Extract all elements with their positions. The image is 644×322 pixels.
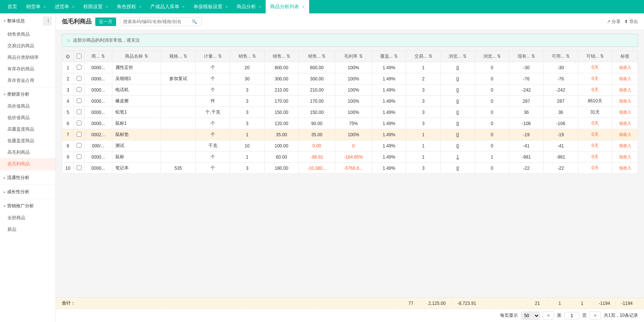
tag-label[interactable]: 低收入 <box>619 99 631 103</box>
row-checkbox[interactable] <box>77 143 81 148</box>
share-button[interactable]: ↗ 分享 <box>607 19 621 25</box>
close-icon[interactable]: × <box>225 4 228 9</box>
nav-home[interactable]: 首页 <box>3 0 22 13</box>
checkbox-column-header[interactable] <box>74 51 84 62</box>
browse1-link[interactable]: 0 <box>456 132 459 137</box>
sidebar-item-stock-products[interactable]: 有库存的商品 <box>0 63 55 75</box>
search-input[interactable] <box>123 19 190 24</box>
nav-roles[interactable]: 角色授权 × <box>112 0 146 13</box>
close-icon[interactable]: × <box>302 4 304 9</box>
row-browse1[interactable]: 0 <box>440 140 475 152</box>
page-size-select[interactable]: 50 100 200 <box>521 312 540 320</box>
row-tag[interactable]: 低收入 <box>612 163 638 174</box>
page-number-input[interactable] <box>564 312 579 319</box>
amount-column-header[interactable]: 销售... ⇅ <box>264 51 298 62</box>
row-tag[interactable]: 低收入 <box>612 96 638 107</box>
browse1-link[interactable]: 0 <box>456 65 459 70</box>
current-column-header[interactable]: 现有... ⇅ <box>509 51 544 62</box>
sidebar-item-sales-products[interactable]: 销售类商品 <box>0 29 55 40</box>
row-checkbox[interactable] <box>77 109 81 114</box>
tag-label[interactable]: 低收入 <box>619 154 631 159</box>
row-checkbox-cell[interactable] <box>74 96 84 107</box>
nav-sales[interactable]: 销货单 × <box>22 0 50 13</box>
saleable-column-header[interactable]: 可销... ⇅ <box>578 51 612 62</box>
close-icon[interactable]: × <box>44 4 46 9</box>
search-box[interactable]: 🔍 <box>120 17 202 26</box>
row-checkbox-cell[interactable] <box>74 118 84 129</box>
close-icon[interactable]: × <box>106 4 108 9</box>
sidebar-section-liquidity[interactable]: ▸ 流通性分析 <box>0 172 55 184</box>
gear-column-header[interactable]: ⚙ <box>62 51 74 62</box>
row-browse1[interactable]: 0 <box>440 85 475 96</box>
coverage-column-header[interactable]: 覆盖... ⇅ <box>372 51 406 62</box>
browse1-link[interactable]: 0 <box>456 99 459 104</box>
row-browse1[interactable]: 0 <box>440 96 475 107</box>
row-tag[interactable]: 低收入 <box>612 118 638 129</box>
row-browse1[interactable]: 1 <box>440 152 475 163</box>
row-tag[interactable]: 低收入 <box>612 152 638 163</box>
row-checkbox[interactable] <box>77 65 81 70</box>
sidebar-item-capital-usage[interactable]: 库存资金占用 <box>0 75 55 86</box>
sidebar-section-growth[interactable]: ▸ 成长性分析 <box>0 186 55 198</box>
browse1-link[interactable]: 0 <box>456 143 459 149</box>
row-checkbox-cell[interactable] <box>74 107 84 118</box>
margin-column-header[interactable]: 毛利率 ⇅ <box>335 51 372 62</box>
sidebar-item-high-margin[interactable]: 高毛利商品 <box>0 147 55 158</box>
sidebar-section-marketing[interactable]: ▾ 营销推广分析 <box>0 200 55 212</box>
row-checkbox-cell[interactable] <box>74 85 84 96</box>
browse1-link[interactable]: 0 <box>456 76 459 82</box>
row-browse1[interactable]: 0 <box>440 107 475 118</box>
select-all-checkbox[interactable] <box>77 54 81 58</box>
row-checkbox-cell[interactable] <box>74 140 84 152</box>
nav-purchase[interactable]: 进货单 × <box>50 0 79 13</box>
tag-label[interactable]: 低收入 <box>619 143 631 148</box>
tag-label[interactable]: 低收入 <box>619 76 631 81</box>
row-tag[interactable]: 低收入 <box>612 107 638 118</box>
sidebar-item-low-value[interactable]: 低价值商品 <box>0 112 55 124</box>
sidebar-section-wealth[interactable]: ▾ 类财富分析 <box>0 88 55 101</box>
tag-label[interactable]: 低收入 <box>619 65 631 70</box>
spec-column-header[interactable]: 规格... ⇅ <box>161 51 195 62</box>
row-tag[interactable]: 低收入 <box>612 62 638 73</box>
row-checkbox-cell[interactable] <box>74 73 84 85</box>
next-page-button[interactable]: ＞ <box>590 311 601 320</box>
sidebar-item-all-products[interactable]: 全部商品 <box>0 212 55 224</box>
tag-label[interactable]: 低收入 <box>619 121 631 125</box>
row-checkbox-cell[interactable] <box>74 163 84 174</box>
row-tag[interactable]: 低收入 <box>612 140 638 152</box>
tag-label[interactable]: 低收入 <box>619 110 631 114</box>
row-browse1[interactable]: 0 <box>440 163 475 174</box>
row-checkbox-cell[interactable] <box>74 152 84 163</box>
browse1-link[interactable]: 0 <box>456 87 459 93</box>
row-browse1[interactable]: 0 <box>440 129 475 140</box>
row-checkbox[interactable] <box>77 121 81 125</box>
row-checkbox[interactable] <box>77 98 81 103</box>
row-checkbox[interactable] <box>77 165 81 170</box>
row-checkbox[interactable] <box>77 87 81 92</box>
trade-column-header[interactable]: 交易... ⇅ <box>406 51 440 62</box>
browse1-link[interactable]: 1 <box>456 154 459 160</box>
tag-label[interactable]: 低收入 <box>619 87 631 92</box>
row-tag[interactable]: 低收入 <box>612 73 638 85</box>
browse2-column-header[interactable]: 浏览... ⇅ <box>475 51 509 62</box>
tag-label[interactable]: 低收入 <box>619 166 631 170</box>
browse1-link[interactable]: 0 <box>456 121 459 126</box>
sidebar-item-new-products[interactable]: 新品 <box>0 224 55 235</box>
sidebar-item-low-margin[interactable]: 低毛利商品 <box>0 158 55 170</box>
sidebar-item-traded-products[interactable]: 交易过的商品 <box>0 40 55 52</box>
export-button[interactable]: ⬆ 导出 <box>624 19 638 25</box>
nav-product-analysis[interactable]: 商品分析 × <box>232 0 266 13</box>
nav-product-entry[interactable]: 产成品入库单 × <box>146 0 189 13</box>
close-icon[interactable]: × <box>182 4 185 9</box>
row-checkbox-cell[interactable] <box>74 62 84 73</box>
tag-column-header[interactable]: 标签 <box>612 51 638 62</box>
row-browse1[interactable]: 0 <box>440 73 475 85</box>
sidebar-section-overview[interactable]: ▾ 整体信息 《 <box>0 13 55 29</box>
unit-column-header[interactable]: 计量... ⇅ <box>196 51 230 62</box>
gear-button[interactable]: ⚙ <box>65 54 70 60</box>
row-browse1[interactable]: 0 <box>440 62 475 73</box>
row-tag[interactable]: 低收入 <box>612 85 638 96</box>
sidebar-item-high-value[interactable]: 高价值商品 <box>0 101 55 112</box>
row-checkbox[interactable] <box>77 154 81 159</box>
date-filter-button[interactable]: 近一月 <box>95 17 116 26</box>
